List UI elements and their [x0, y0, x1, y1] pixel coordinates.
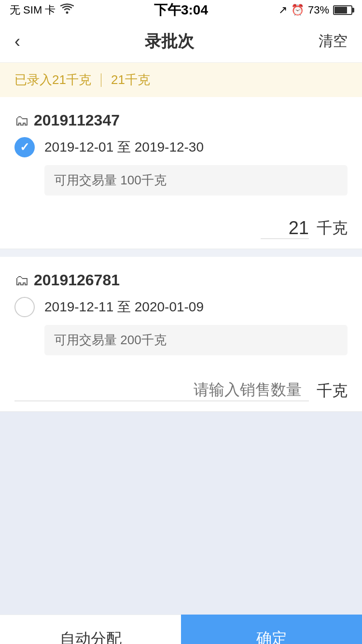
batch-1-dates-row[interactable]: 2019-12-01 至 2019-12-30 [14, 137, 348, 157]
batch-2-id: 2019126781 [34, 271, 120, 289]
back-button[interactable]: ‹ [14, 31, 20, 52]
carrier-text: 无 SIM 卡 [10, 3, 56, 17]
batch-1-capacity: 可用交易量 100千克 [54, 173, 167, 187]
alarm-icon: ⏰ [291, 4, 304, 16]
summary-label: 已录入21千克 [14, 71, 91, 88]
batch-1-unit: 千克 [317, 218, 348, 239]
summary-divider [101, 73, 101, 87]
status-left: 无 SIM 卡 [10, 3, 74, 17]
batch-2-input-row[interactable]: 千克 [0, 373, 362, 412]
batch-1-radio[interactable] [14, 137, 35, 157]
section-separator [0, 249, 362, 257]
bottom-bar: 自动分配 确定 [0, 615, 362, 644]
batch-1-capacity-box: 可用交易量 100千克 [44, 165, 348, 196]
battery-percent: 73% [308, 4, 329, 16]
auto-distribute-button[interactable]: 自动分配 [0, 615, 181, 644]
location-icon: ↗ [278, 4, 287, 16]
status-bar: 无 SIM 卡 下午3:04 ↗ ⏰ 73% [0, 0, 362, 20]
batch-2-capacity: 可用交易量 200千克 [54, 333, 167, 347]
nav-bar: ‹ 录批次 清空 [0, 20, 362, 63]
batch-1-header: 🗂 2019112347 [14, 112, 348, 129]
summary-bar: 已录入21千克 21千克 [0, 63, 362, 97]
batch-1-quantity-row: 21 千克 [0, 213, 362, 249]
content-area: 🗂 2019112347 2019-12-01 至 2019-12-30 可用交… [0, 97, 362, 615]
batch-2-dates: 2019-12-11 至 2020-01-09 [44, 298, 204, 316]
wifi-icon [60, 3, 74, 17]
status-time: 下午3:04 [154, 1, 208, 19]
batch-2-header: 🗂 2019126781 [14, 271, 348, 289]
batch-1-quantity-value[interactable]: 21 [261, 218, 309, 239]
batch-2-qty-input[interactable] [14, 381, 309, 401]
batch-2-capacity-box: 可用交易量 200千克 [44, 325, 348, 355]
batch-1-qty-number: 21 [289, 218, 309, 238]
batch-2-radio[interactable] [14, 297, 35, 317]
batch-item-1: 🗂 2019112347 2019-12-01 至 2019-12-30 可用交… [0, 97, 362, 213]
batch-1-doc-icon: 🗂 [14, 112, 29, 129]
confirm-button[interactable]: 确定 [181, 615, 362, 644]
page-title: 录批次 [145, 30, 194, 53]
batch-2-unit: 千克 [317, 380, 348, 402]
summary-value: 21千克 [111, 71, 150, 88]
batch-item-2: 🗂 2019126781 2019-12-11 至 2020-01-09 可用交… [0, 257, 362, 373]
battery-icon [333, 5, 352, 15]
svg-point-0 [66, 12, 69, 14]
batch-2-dates-row[interactable]: 2019-12-11 至 2020-01-09 [14, 297, 348, 317]
status-right: ↗ ⏰ 73% [278, 4, 352, 16]
batch-1-id: 2019112347 [34, 112, 120, 129]
clear-button[interactable]: 清空 [319, 31, 348, 51]
batch-2-doc-icon: 🗂 [14, 272, 29, 289]
batch-1-dates: 2019-12-01 至 2019-12-30 [44, 138, 204, 156]
empty-area [0, 412, 362, 615]
